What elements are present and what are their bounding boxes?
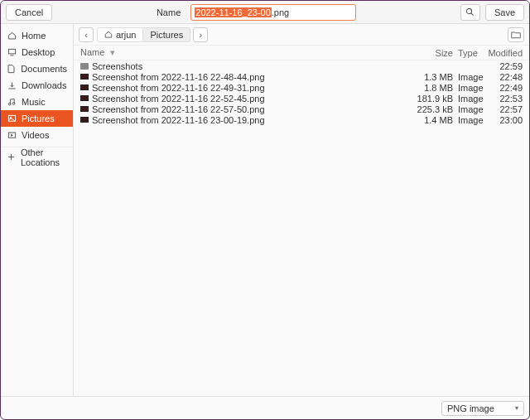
chevron-down-icon: ▾ bbox=[515, 404, 518, 412]
downloads-icon bbox=[7, 81, 17, 90]
places-sidebar: HomeDesktopDocumentsDownloadsMusicPictur… bbox=[1, 24, 74, 396]
svg-point-5 bbox=[12, 102, 15, 104]
new-folder-button[interactable] bbox=[508, 27, 524, 42]
file-name: Screenshot from 2022-11-16 22-49-31.png bbox=[92, 83, 265, 93]
breadcrumb-label: Pictures bbox=[150, 30, 183, 40]
filename-selection: 2022-11-16_23-00 bbox=[195, 7, 272, 17]
sort-indicator-icon: ▾ bbox=[110, 47, 115, 57]
sidebar-item-music[interactable]: Music bbox=[1, 94, 73, 110]
image-thumb-icon bbox=[80, 84, 89, 90]
sidebar-item-downloads[interactable]: Downloads bbox=[1, 77, 73, 94]
sidebar-item-desktop[interactable]: Desktop bbox=[1, 44, 73, 60]
home-icon bbox=[7, 31, 17, 41]
main-pane: ‹ arjunPictures › Name ▾ Size bbox=[74, 24, 529, 396]
file-modified: 22:49 bbox=[488, 83, 523, 93]
svg-rect-2 bbox=[8, 49, 15, 54]
breadcrumb-pictures[interactable]: Pictures bbox=[143, 27, 190, 42]
sidebar-item-documents[interactable]: Documents bbox=[1, 60, 73, 77]
sidebar-item-label: Downloads bbox=[22, 80, 66, 90]
nav-forward-button[interactable]: › bbox=[193, 27, 208, 42]
filename-ext: .png bbox=[272, 7, 289, 17]
sidebar-item-label: Music bbox=[22, 97, 46, 107]
sidebar-other-locations[interactable]: Other Locations bbox=[1, 147, 73, 163]
music-icon bbox=[7, 98, 17, 107]
column-headers: Name ▾ Size Type Modified bbox=[74, 46, 529, 60]
file-size: 1.4 MB bbox=[412, 115, 453, 125]
file-row[interactable]: Screenshots22:59 bbox=[74, 60, 529, 71]
home-icon bbox=[104, 31, 113, 39]
file-name: Screenshots bbox=[92, 61, 142, 71]
search-icon bbox=[465, 7, 475, 17]
filename-input[interactable]: 2022-11-16_23-00.png bbox=[190, 4, 356, 21]
sidebar-item-label: Videos bbox=[22, 130, 49, 140]
header-bar: Cancel Name 2022-11-16_23-00.png Save bbox=[1, 1, 529, 24]
col-header-type[interactable]: Type bbox=[453, 48, 488, 58]
pictures-icon bbox=[7, 114, 17, 123]
file-name: Screenshot from 2022-11-16 22-48-44.png bbox=[92, 72, 265, 82]
file-name: Screenshot from 2022-11-16 22-57-50.png bbox=[92, 104, 265, 114]
folder-icon bbox=[80, 63, 89, 70]
sidebar-item-label: Pictures bbox=[22, 113, 55, 123]
col-header-name[interactable]: Name ▾ bbox=[80, 47, 412, 58]
sidebar-item-videos[interactable]: Videos bbox=[1, 127, 73, 143]
file-size: 181.9 kB bbox=[412, 94, 453, 104]
plus-icon bbox=[7, 152, 16, 162]
breadcrumb-arjun[interactable]: arjun bbox=[97, 27, 143, 42]
file-type: Image bbox=[453, 104, 488, 114]
file-row[interactable]: Screenshot from 2022-11-16 22-52-45.png1… bbox=[74, 93, 529, 104]
file-modified: 22:59 bbox=[488, 61, 523, 71]
search-button[interactable] bbox=[460, 4, 480, 21]
save-dialog: Cancel Name 2022-11-16_23-00.png Save Ho… bbox=[0, 0, 530, 420]
image-thumb-icon bbox=[80, 117, 89, 123]
file-type: Image bbox=[453, 94, 488, 104]
save-button[interactable]: Save bbox=[485, 4, 524, 21]
file-name: Screenshot from 2022-11-16 22-52-45.png bbox=[92, 94, 265, 104]
file-name: Screenshot from 2022-11-16 23-00-19.png bbox=[92, 115, 265, 125]
desktop-icon bbox=[7, 48, 17, 57]
file-modified: 22:57 bbox=[488, 104, 523, 114]
filetype-combo[interactable]: PNG image ▾ bbox=[441, 401, 524, 416]
file-row[interactable]: Screenshot from 2022-11-16 23-00-19.png1… bbox=[74, 114, 529, 125]
sidebar-item-label: Desktop bbox=[22, 47, 55, 57]
dialog-body: HomeDesktopDocumentsDownloadsMusicPictur… bbox=[1, 24, 529, 396]
file-size: 225.3 kB bbox=[412, 104, 453, 114]
file-modified: 23:00 bbox=[488, 115, 523, 125]
file-size: 1.8 MB bbox=[412, 83, 453, 93]
svg-point-0 bbox=[467, 8, 472, 13]
filetype-label: PNG image bbox=[447, 403, 494, 413]
documents-icon bbox=[7, 65, 16, 74]
new-folder-icon bbox=[511, 31, 521, 39]
sidebar-item-label: Home bbox=[22, 31, 46, 41]
breadcrumb-label: arjun bbox=[116, 30, 136, 40]
file-row[interactable]: Screenshot from 2022-11-16 22-57-50.png2… bbox=[74, 104, 529, 114]
file-row[interactable]: Screenshot from 2022-11-16 22-48-44.png1… bbox=[74, 71, 529, 82]
chevron-right-icon: › bbox=[199, 30, 202, 40]
sidebar-item-label: Documents bbox=[21, 64, 67, 74]
chevron-left-icon: ‹ bbox=[84, 30, 88, 40]
image-thumb-icon bbox=[80, 95, 89, 101]
file-type: Image bbox=[453, 72, 488, 82]
nav-back-button[interactable]: ‹ bbox=[79, 27, 94, 42]
svg-line-1 bbox=[471, 13, 474, 16]
file-type: Image bbox=[453, 115, 488, 125]
videos-icon bbox=[7, 131, 17, 140]
col-header-modified[interactable]: Modified bbox=[488, 48, 523, 58]
cancel-button[interactable]: Cancel bbox=[6, 4, 52, 21]
path-bar: ‹ arjunPictures › bbox=[74, 24, 529, 46]
sidebar-item-home[interactable]: Home bbox=[1, 27, 73, 44]
col-header-size[interactable]: Size bbox=[412, 48, 453, 58]
footer-bar: PNG image ▾ bbox=[1, 396, 529, 419]
name-label: Name bbox=[157, 7, 186, 17]
file-row[interactable]: Screenshot from 2022-11-16 22-49-31.png1… bbox=[74, 82, 529, 93]
image-thumb-icon bbox=[80, 106, 89, 112]
file-modified: 22:53 bbox=[488, 94, 523, 104]
file-list: Name ▾ Size Type Modified Screenshots22:… bbox=[74, 46, 529, 396]
sidebar-item-label: Other Locations bbox=[21, 147, 67, 167]
file-modified: 22:48 bbox=[488, 72, 523, 82]
file-type: Image bbox=[453, 83, 488, 93]
sidebar-item-pictures[interactable]: Pictures bbox=[1, 110, 73, 127]
svg-point-4 bbox=[8, 103, 11, 105]
file-size: 1.3 MB bbox=[412, 72, 453, 82]
image-thumb-icon bbox=[80, 74, 89, 80]
